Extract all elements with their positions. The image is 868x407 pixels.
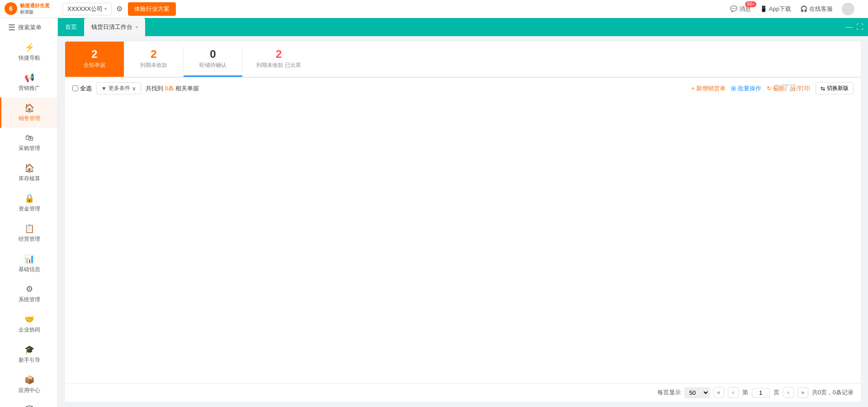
select-all-checkbox[interactable]: 全选	[72, 84, 92, 93]
stat-card-overdue[interactable]: 2 到期未收款	[124, 42, 183, 77]
tab-close-icon[interactable]: ×	[135, 24, 138, 30]
quick-nav-icon: ⚡	[24, 42, 34, 52]
prev-page-icon: ‹	[732, 389, 734, 396]
company-name: XXXXXX公司	[67, 5, 103, 13]
sidebar: ☰ 搜索菜单 ⚡ 快捷导航 📢 营销推广 🏠 销售管理 🛍 采购管理 🏠 库存核…	[0, 18, 58, 407]
minimize-icon[interactable]: —	[845, 23, 853, 31]
finance-icon: 🔒	[24, 193, 34, 203]
top-header: 6 畅捷通好生意 标准版 XXXXXX公司 ▾ ⚙ 体验行业方案 💬 消息 99…	[0, 0, 868, 18]
stat-card-wangpu[interactable]: 0 旺铺待确认	[184, 42, 242, 77]
stat-label-wangpu: 旺铺待确认	[197, 61, 229, 69]
tab-bar-right: — ⛶	[845, 23, 868, 31]
stat-label-overdue: 到期未收款	[138, 61, 170, 69]
sidebar-label-app-center: 应用中心	[19, 387, 40, 394]
home-tab-label: 首页	[65, 23, 77, 31]
print-button[interactable]: 🖨 打印	[791, 84, 810, 93]
sidebar-item-finance[interactable]: 🔒 资金管理	[0, 188, 57, 218]
stat-number-overdue: 2	[138, 48, 170, 61]
sidebar-item-marketing[interactable]: 📢 营销推广	[0, 67, 57, 98]
system-icon: ⚙	[26, 284, 33, 294]
guide-icon: 🎓	[24, 345, 34, 355]
filter-button[interactable]: ▼ 更多条件 ∨	[96, 82, 141, 94]
batch-action-button[interactable]: ⊞ 批量操作	[731, 84, 761, 93]
switch-version-button[interactable]: ⇆ 切换新版	[816, 82, 854, 94]
stat-number-all: 2	[79, 48, 110, 61]
sidebar-item-wechat[interactable]: 💬 企业微信	[0, 400, 57, 407]
logo-area: 6 畅捷通好生意 标准版	[5, 2, 62, 15]
stat-number-wangpu: 0	[197, 48, 229, 61]
found-suffix: 相关单据	[175, 85, 199, 92]
service-icon: 🎧	[800, 5, 807, 12]
batch-icon: ⊞	[731, 85, 736, 92]
header-right: 💬 消息 99+ 📱 App下载 🎧 在线客服	[730, 3, 863, 15]
download-icon: 📱	[760, 5, 767, 12]
last-page-button[interactable]: »	[797, 387, 808, 398]
trial-button[interactable]: 体验行业方案	[128, 2, 176, 16]
batch-label: 批量操作	[738, 84, 761, 93]
sidebar-item-purchase[interactable]: 🛍 采购管理	[0, 128, 57, 158]
refresh-icon: ↻	[767, 85, 772, 92]
filter-chevron-icon: ∨	[132, 85, 136, 92]
sidebar-label-purchase: 采购管理	[19, 145, 40, 152]
online-service-button[interactable]: 🎧 在线客服	[800, 5, 833, 13]
sidebar-item-app-center[interactable]: 📦 应用中心	[0, 370, 57, 400]
total-info: 共0页，0条记录	[812, 388, 854, 397]
print-label: 打印	[798, 84, 810, 93]
last-page-icon: »	[801, 389, 804, 396]
sidebar-item-enterprise[interactable]: 🤝 企业协同	[0, 309, 57, 339]
messages-button[interactable]: 💬 消息 99+	[730, 5, 751, 13]
sidebar-label-system: 系统管理	[19, 296, 40, 304]
logo-icon: 6	[5, 2, 17, 15]
sidebar-item-system[interactable]: ⚙ 系统管理	[0, 279, 57, 309]
switch-label: 切换新版	[827, 84, 849, 92]
refresh-button[interactable]: ↻ 刷新	[767, 84, 785, 93]
sidebar-item-basic-info[interactable]: 📊 基础信息	[0, 248, 57, 279]
filter-icon: ▼	[101, 85, 107, 92]
sidebar-label-basic-info: 基础信息	[19, 266, 40, 273]
sidebar-item-quick-nav[interactable]: ⚡ 快捷导航	[0, 37, 57, 67]
stat-label-all: 全部单据	[79, 61, 110, 69]
prev-page-button[interactable]: ‹	[728, 387, 739, 398]
sidebar-label-search: 搜索菜单	[18, 23, 42, 32]
operations-icon: 📋	[24, 224, 34, 234]
per-page-select[interactable]: 50 100 200	[684, 388, 710, 398]
enterprise-icon: 🤝	[24, 314, 34, 324]
sidebar-label-marketing: 营销推广	[19, 84, 40, 92]
sales-icon: 🏠	[24, 103, 34, 113]
tab-bar: 首页 钱货日清工作台 × — ⛶	[58, 18, 868, 36]
found-count: 0条	[165, 85, 174, 92]
sidebar-item-inventory[interactable]: 🏠 库存核算	[0, 158, 57, 188]
stat-card-shipped[interactable]: 2 到期未收款 已出库	[243, 42, 315, 77]
sidebar-item-search-menu[interactable]: ☰ 搜索菜单	[0, 18, 57, 37]
avatar[interactable]	[842, 3, 854, 15]
company-selector[interactable]: XXXXXX公司 ▾	[62, 3, 112, 15]
new-order-button[interactable]: + 新增销货单	[691, 84, 726, 93]
maximize-icon[interactable]: ⛶	[856, 23, 863, 31]
tab-home[interactable]: 首页	[58, 18, 84, 36]
sidebar-label-quick-nav: 快捷导航	[19, 54, 40, 62]
sidebar-item-sales[interactable]: 🏠 销售管理	[0, 98, 57, 128]
page-word: 第	[742, 388, 748, 397]
refresh-label: 刷新	[774, 84, 785, 93]
tab-active[interactable]: 钱货日清工作台 ×	[84, 18, 145, 36]
page-input[interactable]	[752, 388, 770, 398]
stats-bar: 2 全部单据 2 到期未收款 0 旺铺待确认 2 到期未收款 已出库	[65, 42, 861, 77]
next-page-icon: ›	[788, 389, 789, 396]
marketing-icon: 📢	[24, 73, 34, 83]
sidebar-item-operations[interactable]: 📋 经营管理	[0, 218, 57, 248]
sidebar-item-guide[interactable]: 🎓 新手引导	[0, 339, 57, 370]
stat-card-all[interactable]: 2 全部单据	[65, 42, 124, 77]
next-page-button[interactable]: ›	[783, 387, 794, 398]
sidebar-label-operations: 经营管理	[19, 235, 40, 243]
first-page-button[interactable]: «	[713, 387, 724, 398]
settings-icon[interactable]: ⚙	[116, 5, 123, 13]
purchase-icon: 🛍	[25, 133, 33, 143]
select-all-input[interactable]	[72, 85, 78, 91]
select-all-label: 全选	[80, 84, 92, 93]
app-download-button[interactable]: 📱 App下载	[760, 5, 791, 13]
table-area	[65, 99, 861, 383]
print-icon: 🖨	[791, 85, 797, 92]
page-word-2: 页	[774, 388, 779, 397]
chevron-down-icon: ▾	[104, 6, 107, 11]
sidebar-label-finance: 资金管理	[19, 205, 40, 213]
